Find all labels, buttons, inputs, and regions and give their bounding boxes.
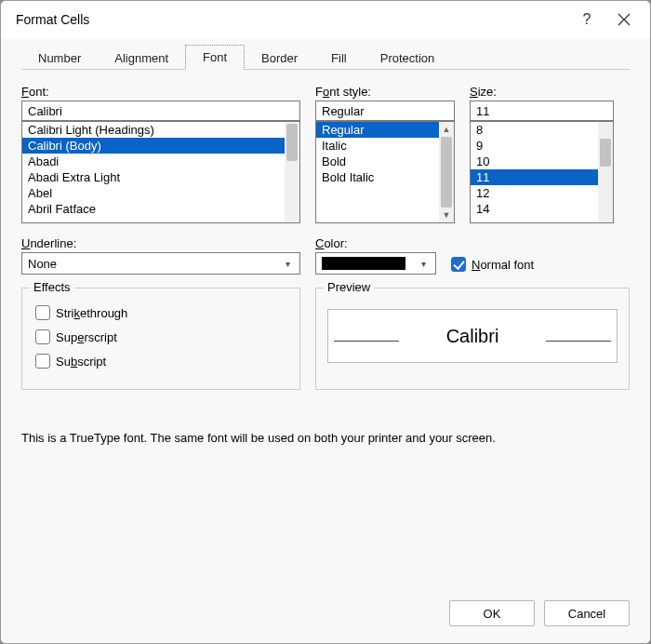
font-input[interactable] <box>21 101 300 121</box>
font-column: Font: Calibri Light (Headings) Calibri (… <box>21 85 300 223</box>
subscript-checkbox[interactable]: Subscript <box>35 354 288 369</box>
underline-value: None <box>28 257 57 271</box>
normalfont-checkbox[interactable]: Normal font <box>451 257 534 272</box>
scrollbar-thumb[interactable] <box>600 139 611 167</box>
preview-legend: Preview <box>324 280 374 294</box>
size-label: Size: <box>470 85 614 99</box>
tab-protection[interactable]: Protection <box>364 47 452 70</box>
color-combo[interactable]: ▾ <box>315 252 436 275</box>
font-label: Font: <box>21 85 300 99</box>
font-option[interactable]: Calibri (Body) <box>22 138 299 154</box>
preview-sample-text: Calibri <box>446 326 499 347</box>
fontstyle-input[interactable] <box>315 101 455 121</box>
underline-column: Underline: None ▾ <box>21 236 300 275</box>
preview-canvas: Calibri <box>327 309 618 363</box>
cancel-button[interactable]: Cancel <box>544 600 630 626</box>
size-option[interactable]: 8 <box>471 122 613 138</box>
chevron-down-icon: ▾ <box>279 259 296 269</box>
size-option[interactable]: 11 <box>471 169 613 185</box>
titlebar: Format Cells ? <box>1 1 650 38</box>
size-listbox[interactable]: 8 9 10 11 12 14 <box>470 121 614 223</box>
checkbox-icon <box>451 257 466 272</box>
row-effects-preview: Effects Strikethrough Superscript Subscr… <box>21 288 630 390</box>
preview-line <box>546 341 611 342</box>
size-option[interactable]: 10 <box>471 154 613 169</box>
tab-fill[interactable]: Fill <box>314 47 364 70</box>
fontstyle-label: Font style: <box>315 85 455 99</box>
help-button[interactable]: ? <box>568 5 605 34</box>
effects-group: Effects Strikethrough Superscript Subscr… <box>21 288 300 390</box>
font-list-scrollbar[interactable] <box>285 122 299 222</box>
tab-alignment[interactable]: Alignment <box>98 47 185 70</box>
format-cells-dialog: Format Cells ? Number Alignment Font Bor… <box>0 0 651 644</box>
font-option[interactable]: Calibri Light (Headings) <box>22 122 299 138</box>
row-underline-color: Underline: None ▾ Color: ▾ Normal font <box>21 236 630 275</box>
size-list-scrollbar[interactable] <box>598 122 613 222</box>
font-listbox[interactable]: Calibri Light (Headings) Calibri (Body) … <box>21 121 300 223</box>
checkbox-icon <box>35 329 50 344</box>
tabstrip: Number Alignment Font Border Fill Protec… <box>21 42 630 70</box>
size-option[interactable]: 12 <box>471 185 613 201</box>
effects-legend: Effects <box>30 280 74 294</box>
color-swatch <box>322 257 405 270</box>
preview-group: Preview Calibri <box>315 288 630 390</box>
close-icon <box>618 13 631 26</box>
fontstyle-option[interactable]: Bold <box>316 154 454 169</box>
chevron-down-icon: ▾ <box>415 259 432 269</box>
dialog-body: Number Alignment Font Border Fill Protec… <box>1 38 650 589</box>
dialog-footer: OK Cancel <box>1 589 650 643</box>
strikethrough-checkbox[interactable]: Strikethrough <box>35 305 288 320</box>
fontstyle-option[interactable]: Regular <box>316 122 454 138</box>
fontstyle-list-scrollbar[interactable]: ▲ ▼ <box>439 122 454 222</box>
font-option[interactable]: Abadi <box>22 154 299 169</box>
close-button[interactable] <box>605 5 643 34</box>
scroll-down-icon[interactable]: ▼ <box>439 208 454 222</box>
underline-label: Underline: <box>21 236 300 250</box>
superscript-label: Superscript <box>56 330 117 344</box>
tab-font[interactable]: Font <box>185 45 245 70</box>
fontstyle-option[interactable]: Bold Italic <box>316 169 454 185</box>
font-option[interactable]: Abadi Extra Light <box>22 169 299 185</box>
normalfont-label: Normal font <box>472 258 534 272</box>
normalfont-column: Normal font <box>451 257 630 272</box>
font-option[interactable]: Abel <box>22 185 299 201</box>
checkbox-icon <box>35 305 50 320</box>
fontstyle-option[interactable]: Italic <box>316 138 454 154</box>
color-column: Color: ▾ <box>315 236 436 275</box>
scrollbar-thumb[interactable] <box>441 137 452 208</box>
strikethrough-label: Strikethrough <box>56 306 127 320</box>
scrollbar-thumb[interactable] <box>286 124 298 161</box>
subscript-label: Subscript <box>56 355 106 369</box>
size-option[interactable]: 14 <box>471 201 613 217</box>
window-title: Format Cells <box>16 12 568 27</box>
ok-button[interactable]: OK <box>449 600 535 626</box>
preview-line <box>334 341 399 342</box>
underline-combo[interactable]: None ▾ <box>21 252 300 275</box>
tab-border[interactable]: Border <box>245 47 314 70</box>
row-font-style-size: Font: Calibri Light (Headings) Calibri (… <box>21 85 630 223</box>
fontstyle-column: Font style: Regular Italic Bold Bold Ita… <box>315 85 455 223</box>
fontstyle-listbox[interactable]: Regular Italic Bold Bold Italic ▲ ▼ <box>315 121 455 223</box>
superscript-checkbox[interactable]: Superscript <box>35 329 288 344</box>
size-option[interactable]: 9 <box>471 138 613 154</box>
font-option[interactable]: Abril Fatface <box>22 201 299 217</box>
font-info-text: This is a TrueType font. The same font w… <box>21 431 630 445</box>
color-label: Color: <box>315 236 436 250</box>
checkbox-icon <box>35 354 50 369</box>
size-column: Size: 8 9 10 11 12 14 <box>470 85 614 223</box>
size-input[interactable] <box>470 101 614 121</box>
tab-number[interactable]: Number <box>21 47 98 70</box>
scroll-up-icon[interactable]: ▲ <box>439 122 454 137</box>
help-icon: ? <box>583 11 591 28</box>
